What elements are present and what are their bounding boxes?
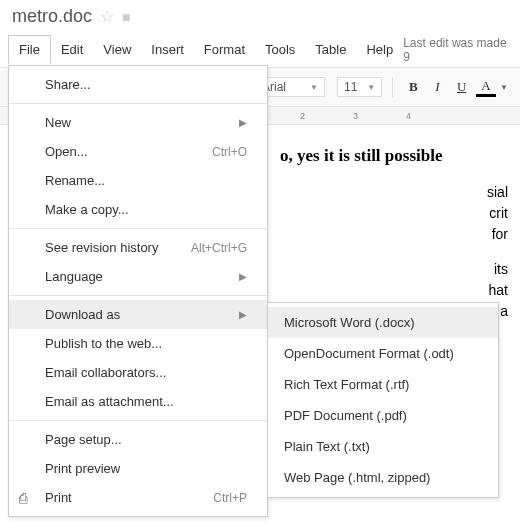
- menu-item-print[interactable]: ⎙PrintCtrl+P: [9, 483, 267, 512]
- menu-item-email-attachment[interactable]: Email as attachment...: [9, 387, 267, 416]
- menu-item-download-as[interactable]: Download as▶: [9, 300, 267, 329]
- star-icon[interactable]: ☆: [100, 7, 114, 26]
- underline-button[interactable]: U: [452, 76, 472, 98]
- ruler-mark: 4: [406, 111, 411, 121]
- menu-item-publish[interactable]: Publish to the web...: [9, 329, 267, 358]
- document-heading: o, yes it is still possible: [280, 146, 508, 166]
- menu-item-new[interactable]: New▶: [9, 108, 267, 137]
- menu-separator: [9, 420, 267, 421]
- menu-format[interactable]: Format: [194, 36, 255, 63]
- menu-item-email-collaborators[interactable]: Email collaborators...: [9, 358, 267, 387]
- download-as-submenu: Microsoft Word (.docx) OpenDocument Form…: [267, 302, 499, 498]
- folder-icon[interactable]: ■: [122, 9, 130, 25]
- menu-separator: [9, 103, 267, 104]
- menu-item-print-preview[interactable]: Print preview: [9, 454, 267, 483]
- menu-table[interactable]: Table: [305, 36, 356, 63]
- chevron-down-icon[interactable]: ▼: [500, 83, 508, 92]
- title-bar: metro.doc ☆ ■: [0, 0, 520, 33]
- menu-separator: [9, 295, 267, 296]
- ruler-mark: 3: [353, 111, 358, 121]
- submenu-item-rtf[interactable]: Rich Text Format (.rtf): [268, 369, 498, 400]
- menu-item-rename[interactable]: Rename...: [9, 166, 267, 195]
- menu-item-open[interactable]: Open...Ctrl+O: [9, 137, 267, 166]
- italic-button[interactable]: I: [427, 76, 447, 98]
- menu-help[interactable]: Help: [356, 36, 403, 63]
- menu-file[interactable]: File: [8, 35, 51, 64]
- last-edit-text[interactable]: Last edit was made 9: [403, 36, 512, 64]
- menu-separator: [9, 228, 267, 229]
- submenu-item-html[interactable]: Web Page (.html, zipped): [268, 462, 498, 493]
- submenu-item-txt[interactable]: Plain Text (.txt): [268, 431, 498, 462]
- chevron-down-icon: ▼: [310, 83, 318, 92]
- menu-item-language[interactable]: Language▶: [9, 262, 267, 291]
- menu-edit[interactable]: Edit: [51, 36, 93, 63]
- ruler-mark: 2: [300, 111, 305, 121]
- toolbar-separator: [392, 77, 393, 97]
- font-size: 11: [344, 80, 357, 94]
- chevron-right-icon: ▶: [239, 309, 247, 320]
- menu-item-make-copy[interactable]: Make a copy...: [9, 195, 267, 224]
- submenu-item-pdf[interactable]: PDF Document (.pdf): [268, 400, 498, 431]
- chevron-right-icon: ▶: [239, 271, 247, 282]
- menu-item-revision-history[interactable]: See revision historyAlt+Ctrl+G: [9, 233, 267, 262]
- submenu-item-docx[interactable]: Microsoft Word (.docx): [268, 307, 498, 338]
- chevron-right-icon: ▶: [239, 117, 247, 128]
- text-color-button[interactable]: A: [476, 77, 496, 97]
- menu-item-page-setup[interactable]: Page setup...: [9, 425, 267, 454]
- menu-item-share[interactable]: Share...: [9, 70, 267, 99]
- submenu-item-odt[interactable]: OpenDocument Format (.odt): [268, 338, 498, 369]
- menu-view[interactable]: View: [93, 36, 141, 63]
- menu-insert[interactable]: Insert: [141, 36, 194, 63]
- font-size-select[interactable]: 11 ▼: [337, 77, 382, 97]
- chevron-down-icon: ▼: [367, 83, 375, 92]
- menu-bar: File Edit View Insert Format Tools Table…: [0, 33, 520, 67]
- print-icon: ⎙: [19, 490, 27, 506]
- file-menu-dropdown: Share... New▶ Open...Ctrl+O Rename... Ma…: [8, 65, 268, 517]
- document-title[interactable]: metro.doc: [12, 6, 92, 27]
- menu-tools[interactable]: Tools: [255, 36, 305, 63]
- bold-button[interactable]: B: [403, 76, 423, 98]
